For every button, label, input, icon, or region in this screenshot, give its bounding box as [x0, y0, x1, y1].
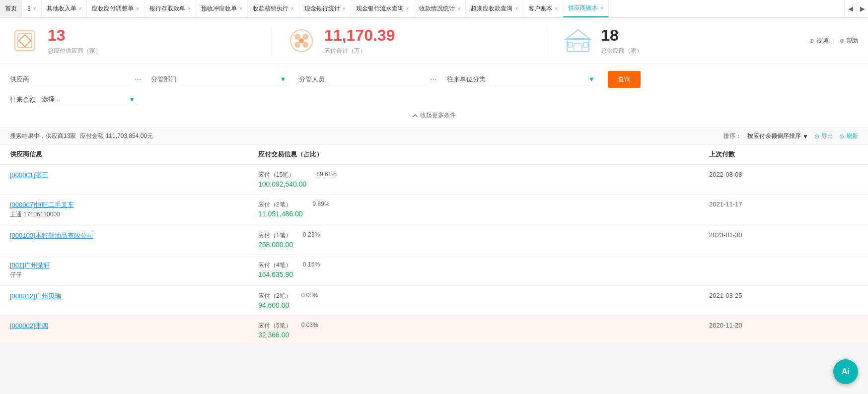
nav-close-supplier-ledger[interactable]: ×: [600, 5, 603, 11]
nav-prev-arrow[interactable]: ◀: [844, 0, 856, 18]
filter-label-supplier: 供应商: [10, 75, 29, 84]
export-button[interactable]: ⊙ 导出: [814, 132, 833, 140]
nav-close-customer-ledger[interactable]: ×: [555, 6, 558, 11]
nav-item-cash-bank-flow[interactable]: 现金银行流水查询 ×: [351, 0, 415, 17]
stat-value-suppliers-payable: 13: [48, 26, 101, 45]
stat-label-total-payable: 应付合计（万）: [324, 47, 395, 55]
supplier-cell-1: [000007]恒旺二手叉车 王通 17106110000: [10, 200, 258, 219]
sort-arrow-icon: ▼: [802, 133, 808, 140]
person-dots-icon[interactable]: ···: [430, 75, 436, 84]
balance-value: 选择...: [42, 95, 60, 104]
nav-label-3: 3: [27, 5, 31, 12]
supplier-cell-0: [000001]张三: [10, 171, 258, 188]
stat-icon-diamond: [10, 26, 40, 56]
filter-label-balance: 往来余额: [10, 95, 36, 104]
supplier-sub-3: 仔仔: [10, 271, 258, 279]
nav-item-overdue-ar[interactable]: 超期应收款查询 ×: [466, 0, 523, 17]
lastpay-value-0: 2022-08-08: [709, 171, 742, 178]
svg-rect-11: [574, 44, 582, 52]
filter-item-supplier: 供应商 ···: [10, 73, 141, 85]
result-text-1: 搜索结果中，供应商13家: [10, 132, 76, 140]
filter-area: 供应商 ··· 分管部门 ▼ 分管人员 ··· 往来单位分类 ▼ 查询: [0, 64, 868, 128]
query-button[interactable]: 查询: [608, 71, 641, 88]
department-select[interactable]: ▼: [180, 73, 289, 85]
payable-amount-2[interactable]: 258,000.00: [258, 241, 293, 249]
table-row: [000012]广州贝瑞 应付（2笔） 94,600.00 0.08% 2021…: [0, 286, 868, 316]
stat-icon-grain: [287, 26, 316, 56]
refresh-button[interactable]: ⊙ 刷新: [839, 132, 858, 140]
category-select[interactable]: ▼: [489, 73, 598, 85]
nav-close-cash-bank-stat[interactable]: ×: [343, 6, 346, 11]
nav-close-bank-deposit[interactable]: ×: [188, 6, 191, 11]
nav-item-cash-bank-stat[interactable]: 现金银行统计 ×: [299, 0, 351, 17]
nav-close-ar-ap-adjust[interactable]: ×: [136, 6, 139, 11]
nav-item-prepay-offset[interactable]: 预收冲应收单 ×: [196, 0, 248, 17]
payable-cell-5: 应付（5笔） 32,366.00 0.03%: [258, 322, 709, 339]
stat-block-total-suppliers: 18 总供应商（家）: [563, 26, 809, 56]
sort-area: 排序： 按应付余额倒序排序 ▼ ⊙ 导出 ⊙ 刷新: [723, 132, 858, 140]
lastpay-value-4: 2021-03-25: [709, 292, 742, 299]
nav-item-supplier-ledger[interactable]: 供应商账本 ×: [563, 0, 609, 17]
supplier-link-5[interactable]: [000002]李四: [10, 322, 258, 330]
nav-item-customer-ledger[interactable]: 客户账本 ×: [523, 0, 563, 17]
nav-close-3[interactable]: ×: [33, 6, 36, 11]
filter-item-department: 分管部门 ▼: [151, 73, 289, 85]
nav-close-collection-stat[interactable]: ×: [457, 6, 460, 11]
lastpay-cell-2: 2023-01-30: [709, 231, 858, 249]
nav-close-collection-exec[interactable]: ×: [291, 6, 294, 11]
nav-item-other-income[interactable]: 其他收入单 ×: [42, 0, 87, 17]
person-input[interactable]: [328, 73, 427, 85]
payable-percent-1: 9.89%: [313, 200, 330, 207]
payable-amount-1[interactable]: 11,051,486.00: [258, 210, 303, 218]
nav-close-prepay-offset[interactable]: ×: [239, 6, 242, 11]
supplier-cell-2: [000100]本特勒油品有限公司: [10, 231, 258, 249]
lastpay-value-1: 2021-11-17: [709, 200, 742, 208]
payable-amount-3[interactable]: 164,635.90: [258, 270, 293, 278]
payable-label-4: 应付（2笔）: [258, 292, 291, 300]
top-nav: 首页 3 × 其他收入单 × 应收应付调整单 × 银行存取款单 × 预收冲应收单…: [0, 0, 868, 18]
nav-item-ar-ap-adjust[interactable]: 应收应付调整单 ×: [87, 0, 145, 17]
payable-amount-4[interactable]: 94,600.00: [258, 301, 291, 309]
balance-select[interactable]: 选择... ▼: [39, 93, 138, 106]
supplier-input[interactable]: [32, 73, 132, 85]
nav-item-home[interactable]: 首页: [0, 0, 22, 17]
supplier-link-1[interactable]: [000007]恒旺二手叉车: [10, 200, 258, 209]
nav-item-collection-stat[interactable]: 收款情况统计 ×: [414, 0, 466, 17]
nav-close-other-income[interactable]: ×: [79, 6, 82, 11]
supplier-link-0[interactable]: [000001]张三: [10, 171, 258, 180]
video-link[interactable]: ⊙ 视频: [809, 37, 828, 45]
supplier-dots-icon[interactable]: ···: [135, 75, 141, 84]
nav-arrows: ◀ ▶: [844, 0, 868, 18]
table-row: [000007]恒旺二手叉车 王通 17106110000 应付（2笔） 11,…: [0, 195, 868, 225]
supplier-link-2[interactable]: [000100]本特勒油品有限公司: [10, 231, 258, 240]
nav-item-bank-deposit[interactable]: 银行存取款单 ×: [145, 0, 196, 17]
nav-label-overdue-ar: 超期应收款查询: [471, 4, 512, 13]
nav-close-overdue-ar[interactable]: ×: [515, 6, 518, 11]
payable-amount-5[interactable]: 32,366.00: [258, 331, 291, 339]
help-link[interactable]: ⊙ 帮助: [840, 37, 858, 45]
nav-item-3[interactable]: 3 ×: [22, 0, 42, 17]
svg-point-5: [302, 34, 308, 40]
nav-label-home: 首页: [5, 4, 17, 13]
stat-content-total-payable: 11,170.39 应付合计（万）: [324, 26, 395, 55]
sort-value[interactable]: 按应付余额倒序排序 ▼: [747, 132, 808, 140]
filter-row-1: 供应商 ··· 分管部门 ▼ 分管人员 ··· 往来单位分类 ▼ 查询: [10, 71, 858, 88]
nav-close-cash-bank-flow[interactable]: ×: [406, 6, 409, 11]
col-header-supplier: 供应商信息: [10, 150, 258, 159]
supplier-link-4[interactable]: [000012]广州贝瑞: [10, 292, 258, 301]
supplier-link-3[interactable]: [001]广州荣轩: [10, 261, 258, 270]
stat-divider-2: [548, 26, 548, 56]
table-row: [000002]李四 应付（5笔） 32,366.00 0.03% 2020-1…: [0, 316, 868, 345]
collapse-button[interactable]: 收起更多条件: [10, 111, 858, 120]
refresh-icon: ⊙: [839, 133, 844, 140]
svg-rect-12: [568, 43, 573, 47]
nav-label-supplier-ledger: 供应商账本: [568, 4, 598, 12]
nav-next-arrow[interactable]: ▶: [856, 0, 868, 18]
nav-label-collection-stat: 收款情况统计: [419, 4, 455, 13]
filter-item-person: 分管人员 ···: [299, 73, 436, 85]
payable-amount-0[interactable]: 100,092,540.00: [258, 180, 306, 188]
svg-point-4: [294, 34, 300, 40]
nav-item-collection-exec[interactable]: 收款核销执行 ×: [248, 0, 299, 17]
payable-cell-2: 应付（1笔） 258,000.00 0.23%: [258, 231, 709, 249]
result-text-2: 应付金额 111,703,854.00元: [80, 132, 153, 140]
